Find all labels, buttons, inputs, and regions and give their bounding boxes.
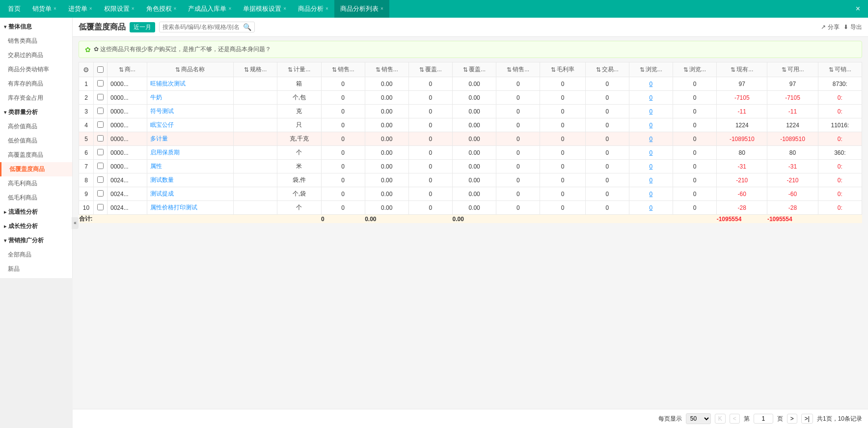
- sort-icon[interactable]: ⇅: [376, 66, 380, 73]
- cell-check[interactable]: [94, 201, 108, 215]
- search-icon[interactable]: 🔍: [243, 23, 251, 31]
- sidebar-item-all-goods[interactable]: 全部商品: [0, 248, 72, 262]
- cell-name[interactable]: 牛奶: [147, 91, 234, 105]
- sidebar-item-low-coverage[interactable]: 低覆盖度商品: [0, 162, 72, 176]
- nav-role[interactable]: 角色授权 ×: [140, 0, 183, 18]
- cell-browse1[interactable]: 0: [629, 187, 673, 201]
- sidebar-item-low-value[interactable]: 低价值商品: [0, 134, 72, 148]
- th-gear[interactable]: ⚙: [79, 62, 94, 77]
- sidebar-item-low-profit[interactable]: 低毛利商品: [0, 191, 72, 205]
- cell-browse1[interactable]: 0: [629, 132, 673, 146]
- prev-page-button[interactable]: <: [730, 414, 740, 424]
- nav-sales[interactable]: 销货单 ×: [27, 0, 62, 18]
- cell-name[interactable]: 多计量: [147, 132, 234, 146]
- cell-name[interactable]: 旺辅批次测试: [147, 77, 234, 91]
- nav-sales-close[interactable]: ×: [54, 0, 56, 18]
- sidebar-section-marketing[interactable]: ▾ 营销推广分析: [0, 233, 72, 248]
- sort-icon[interactable]: ⇅: [551, 66, 556, 73]
- sort-icon[interactable]: ⇅: [782, 66, 787, 73]
- cell-browse1[interactable]: 0: [629, 201, 673, 215]
- row-checkbox[interactable]: [97, 94, 104, 100]
- cell-name[interactable]: 测试数量: [147, 173, 234, 187]
- sort-icon[interactable]: ⇅: [829, 66, 834, 73]
- cell-name[interactable]: 符号测试: [147, 105, 234, 118]
- nav-template-close[interactable]: ×: [283, 0, 286, 18]
- export-button[interactable]: ⬇ 导出: [843, 23, 862, 31]
- table-wrapper[interactable]: ⚙ ⇅商... ⇅商品名称 ⇅规格... ⇅计量... ⇅销售... ⇅销售..…: [79, 62, 862, 409]
- sidebar-item-high-value[interactable]: 高价值商品: [0, 119, 72, 134]
- sidebar-item-stocked-goods[interactable]: 有库存的商品: [0, 77, 72, 91]
- select-all-checkbox[interactable]: [97, 66, 104, 73]
- nav-template[interactable]: 单据模板设置 ×: [237, 0, 292, 18]
- sidebar-collapse-button[interactable]: «: [72, 217, 79, 229]
- nav-purchase-close[interactable]: ×: [89, 0, 92, 18]
- cell-browse1[interactable]: 0: [629, 105, 673, 118]
- page-number-input[interactable]: [754, 414, 773, 424]
- sidebar-item-new-goods[interactable]: 新品: [0, 262, 72, 276]
- cell-browse1[interactable]: 0: [629, 77, 673, 91]
- row-checkbox[interactable]: [97, 80, 104, 86]
- cell-browse1[interactable]: 0: [629, 91, 673, 105]
- row-checkbox[interactable]: [97, 190, 104, 197]
- th-check[interactable]: [94, 62, 108, 77]
- sort-icon[interactable]: ⇅: [119, 66, 124, 73]
- sort-icon[interactable]: ⇅: [463, 66, 468, 73]
- first-page-button[interactable]: K: [715, 414, 726, 424]
- cell-check[interactable]: [94, 160, 108, 173]
- cell-name[interactable]: 属性: [147, 160, 234, 173]
- nav-home[interactable]: 首页: [2, 0, 27, 18]
- sort-icon[interactable]: ⇅: [288, 66, 293, 73]
- cell-browse1[interactable]: 0: [629, 118, 673, 132]
- cell-name[interactable]: 测试提成: [147, 187, 234, 201]
- nav-analysis[interactable]: 商品分析 ×: [292, 0, 334, 18]
- cell-check[interactable]: [94, 173, 108, 187]
- sidebar-item-high-coverage[interactable]: 高覆盖度商品: [0, 148, 72, 162]
- nav-production[interactable]: 产成品入库单 ×: [182, 0, 237, 18]
- cell-name[interactable]: 启用保质期: [147, 146, 234, 160]
- sidebar-section-cluster[interactable]: ▾ 类群量分析: [0, 105, 72, 119]
- sidebar-item-high-profit[interactable]: 高毛利商品: [0, 176, 72, 191]
- sidebar-item-sales-goods[interactable]: 销售类商品: [0, 34, 72, 48]
- cell-check[interactable]: [94, 146, 108, 160]
- sidebar-section-overview[interactable]: ▾ 整体信息: [0, 20, 72, 34]
- sidebar-item-traded-goods[interactable]: 交易过的商品: [0, 48, 72, 62]
- sort-icon[interactable]: ⇅: [332, 66, 337, 73]
- sort-icon[interactable]: ⇅: [683, 66, 688, 73]
- nav-analysis-list-close[interactable]: ×: [380, 0, 383, 18]
- sort-icon[interactable]: ⇅: [596, 66, 601, 73]
- cell-browse1[interactable]: 0: [629, 146, 673, 160]
- next-page-button[interactable]: >: [787, 414, 797, 424]
- row-checkbox[interactable]: [97, 121, 104, 128]
- sidebar-section-flow[interactable]: ▸ 流通性分析: [0, 205, 72, 219]
- cell-browse1[interactable]: 0: [629, 160, 673, 173]
- nav-production-close[interactable]: ×: [228, 0, 231, 18]
- sidebar-item-stock-capital[interactable]: 库存资金占用: [0, 91, 72, 105]
- row-checkbox[interactable]: [97, 176, 104, 183]
- cell-check[interactable]: [94, 132, 108, 146]
- sort-icon[interactable]: ⇅: [731, 66, 735, 73]
- last-page-button[interactable]: >|: [801, 414, 813, 424]
- gear-icon[interactable]: ⚙: [83, 66, 89, 74]
- cell-check[interactable]: [94, 118, 108, 132]
- sort-icon[interactable]: ⇅: [175, 66, 180, 73]
- sort-icon[interactable]: ⇅: [244, 66, 249, 73]
- cell-check[interactable]: [94, 91, 108, 105]
- cell-name[interactable]: 属性价格打印测试: [147, 201, 234, 215]
- cell-check[interactable]: [94, 187, 108, 201]
- row-checkbox[interactable]: [97, 135, 104, 142]
- close-all-button[interactable]: ×: [850, 4, 866, 13]
- sort-icon[interactable]: ⇅: [419, 66, 424, 73]
- time-filter-button[interactable]: 近一月: [130, 22, 155, 32]
- cell-check[interactable]: [94, 105, 108, 118]
- row-checkbox[interactable]: [97, 149, 104, 155]
- nav-permission-close[interactable]: ×: [132, 0, 135, 18]
- search-input[interactable]: [163, 24, 241, 30]
- sidebar-section-growth[interactable]: ▸ 成长性分析: [0, 219, 72, 233]
- nav-purchase[interactable]: 进货单 ×: [62, 0, 98, 18]
- row-checkbox[interactable]: [97, 108, 104, 114]
- share-button[interactable]: ↗ 分享: [821, 23, 840, 31]
- row-checkbox[interactable]: [97, 163, 104, 169]
- row-checkbox[interactable]: [97, 204, 104, 210]
- sort-icon[interactable]: ⇅: [640, 66, 645, 73]
- nav-role-close[interactable]: ×: [174, 0, 177, 18]
